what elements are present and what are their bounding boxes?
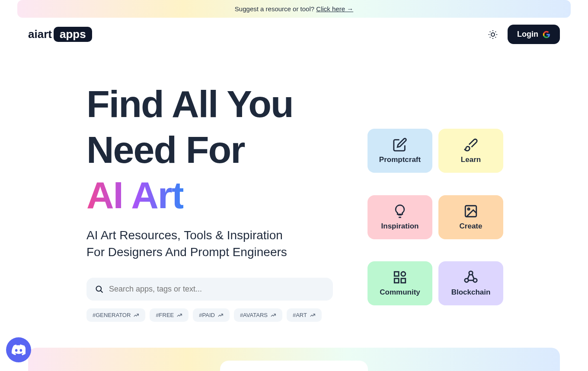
hero-section: Find All You Need For AI Art AI Art Reso…	[86, 81, 333, 322]
svg-rect-13	[394, 272, 399, 276]
pioneers-logo: aiart[pioneers]	[246, 368, 342, 371]
hero-title-line2: Need For	[86, 128, 244, 171]
category-label: Blockchain	[451, 288, 491, 297]
pioneers-text: pioneers	[280, 368, 337, 371]
grid-icon	[393, 270, 407, 285]
pioneers-card[interactable]: aiart[pioneers]	[220, 361, 368, 371]
category-promptcraft[interactable]: Promptcraft	[368, 129, 432, 173]
category-learn[interactable]: Learn	[438, 129, 503, 173]
banner-text: Suggest a resource or tool?	[235, 5, 316, 13]
logo[interactable]: aiart apps	[28, 27, 92, 42]
brush-icon	[463, 137, 478, 152]
pioneers-bracket-left: [	[275, 368, 280, 371]
logo-text-aiart: aiart	[28, 28, 52, 41]
svg-point-19	[473, 279, 477, 282]
svg-point-9	[96, 286, 102, 291]
login-button[interactable]: Login	[508, 25, 560, 44]
hero-subtitle-line2: For Designers And Prompt Engineers	[86, 245, 287, 259]
header: aiart apps Login	[0, 18, 588, 51]
svg-point-14	[401, 272, 406, 276]
svg-point-18	[465, 279, 469, 282]
tag-label: #ART	[293, 312, 307, 318]
svg-point-0	[491, 33, 495, 36]
sun-icon	[488, 29, 498, 40]
hero-title-gradient: AI Art	[86, 172, 183, 218]
category-label: Community	[380, 288, 420, 297]
image-icon	[463, 204, 478, 219]
logo-text-apps: apps	[54, 27, 92, 42]
svg-line-8	[495, 31, 496, 32]
svg-line-21	[472, 274, 474, 279]
discord-icon	[12, 343, 26, 357]
edit-icon	[393, 137, 407, 152]
tag-paid[interactable]: #PAID	[193, 308, 230, 322]
svg-rect-16	[394, 279, 399, 283]
trending-icon	[217, 312, 224, 318]
trending-icon	[270, 312, 276, 318]
tag-free[interactable]: #FREE	[150, 308, 189, 322]
tag-label: #FREE	[156, 312, 174, 318]
category-label: Create	[460, 222, 483, 231]
svg-rect-15	[401, 279, 406, 283]
category-label: Inspiration	[381, 222, 419, 231]
tag-generator[interactable]: #GENERATOR	[86, 308, 145, 322]
trending-icon	[133, 312, 139, 318]
hero-title: Find All You Need For AI Art	[86, 81, 333, 218]
pioneers-banner: aiart[pioneers]	[28, 348, 560, 371]
theme-toggle-button[interactable]	[485, 27, 501, 42]
svg-line-10	[101, 290, 103, 292]
main-content: Find All You Need For AI Art AI Art Reso…	[0, 51, 588, 339]
svg-point-12	[468, 208, 470, 210]
trending-icon	[310, 312, 316, 318]
category-label: Learn	[461, 155, 481, 164]
tag-label: #GENERATOR	[93, 312, 131, 318]
svg-line-7	[490, 37, 490, 37]
category-create[interactable]: Create	[438, 195, 503, 239]
login-label: Login	[517, 30, 538, 39]
tag-avatars[interactable]: #AVATARS	[234, 308, 282, 322]
svg-line-4	[495, 37, 496, 37]
search-input[interactable]	[109, 285, 324, 294]
banner-link[interactable]: Click here →	[316, 5, 353, 13]
hero-subtitle: AI Art Resources, Tools & Inspiration Fo…	[86, 227, 333, 260]
pioneers-bracket-right: ]	[337, 368, 342, 371]
category-inspiration[interactable]: Inspiration	[368, 195, 432, 239]
tag-art[interactable]: #ART	[287, 308, 322, 322]
category-community[interactable]: Community	[368, 261, 432, 305]
hero-subtitle-line1: AI Art Resources, Tools & Inspiration	[86, 228, 283, 242]
lightbulb-icon	[393, 204, 407, 219]
hero-title-line1: Find All You	[86, 82, 293, 125]
svg-line-20	[468, 274, 470, 279]
search-box[interactable]	[86, 278, 333, 301]
svg-line-3	[490, 31, 490, 32]
suggestion-banner: Suggest a resource or tool? Click here →	[17, 0, 571, 18]
trending-icon	[176, 312, 182, 318]
pioneers-aiart: aiart	[246, 368, 275, 371]
google-icon	[543, 31, 550, 38]
category-label: Promptcraft	[379, 155, 421, 164]
tags-row: #GENERATOR #FREE #PAID #AVATARS #ART	[86, 308, 333, 322]
tag-label: #AVATARS	[240, 312, 268, 318]
tag-label: #PAID	[199, 312, 215, 318]
category-blockchain[interactable]: Blockchain	[438, 261, 503, 305]
header-right: Login	[485, 25, 560, 44]
search-icon	[95, 285, 104, 294]
network-icon	[463, 270, 478, 285]
discord-button[interactable]	[6, 337, 31, 362]
categories-grid: Promptcraft Learn Inspiration Create	[368, 81, 503, 322]
